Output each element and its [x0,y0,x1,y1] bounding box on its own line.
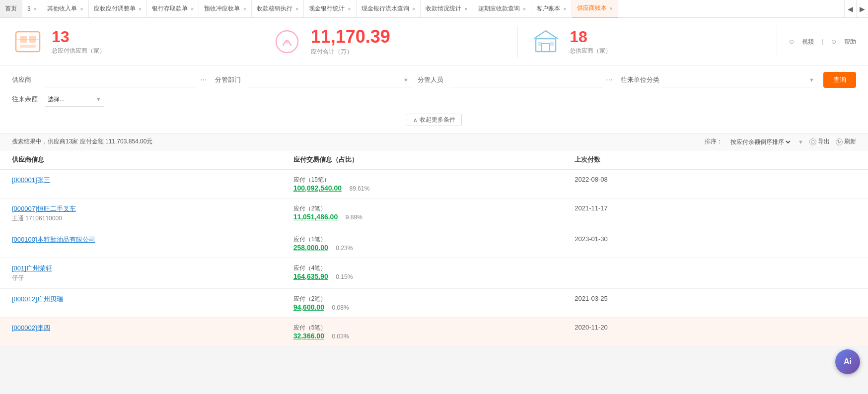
tx-label-4: 应付（4笔） [293,264,575,272]
nav-tab-bank-deposit[interactable]: 银行存取款单 × [147,0,199,18]
tx-percent-3: 0.23% [336,245,353,252]
nav-right-arrow[interactable]: ▶ [856,0,868,18]
bank-deposit-close[interactable]: × [191,6,194,12]
customer-ledger-close[interactable]: × [563,6,566,12]
person-dots-btn[interactable]: ··· [606,75,612,84]
supplier-name-3[interactable]: [000100]本特勤油品有限公司 [12,236,95,243]
svg-point-6 [285,40,289,44]
export-button[interactable]: ⬡ 导出 [809,137,830,146]
table-header: 供应商信息 应付交易信息（占比） 上次付数 [0,150,868,170]
collapse-chevron-icon: ∧ [413,117,418,124]
category-filter-label: 往来单位分类 [621,75,659,84]
supplier-sub-2: 王通 17106110000 [12,214,293,223]
summary-card2-text: 11,170.39 应付合计（万） [311,28,390,56]
supplier-name-1[interactable]: [000001]张三 [12,176,50,184]
supplier-dots-btn[interactable]: ··· [200,75,207,84]
result-actions: 排序： 按应付余额倒序排序 ▼ ⬡ 导出 ↻ 刷新 [705,137,856,146]
tx-amount-4[interactable]: 164,635.90 [293,272,328,280]
supplier-sub-4: 仔仔 [12,274,293,282]
help-link[interactable]: 帮助 [844,38,856,46]
overdue-ar-close[interactable]: × [523,6,526,12]
tx-amount-1[interactable]: 100,092,540.00 [293,184,342,192]
result-bar: 搜索结果中，供应商13家 应付金额 111,703,854.00元 排序： 按应… [0,133,868,150]
circle-icon: ⊙ [789,38,794,45]
divider: | [822,38,823,45]
tx-amount-3[interactable]: 258,000.00 [293,244,328,252]
supplier-name-5[interactable]: [000012]广州贝瑞 [12,295,63,303]
filter-person: 分管人员 ··· [418,72,615,87]
person-filter-label: 分管人员 [418,75,447,84]
nav-left-arrow[interactable]: ◀ [844,0,856,18]
nav-tab-overdue-ar[interactable]: 超期应收款查询 × [473,0,531,18]
nav-tab-ar-ap-adjust[interactable]: 应收应付调整单 × [89,0,147,18]
category-select[interactable] [662,72,818,87]
col3-header: 上次付数 [575,155,856,164]
video-link[interactable]: 视频 [802,38,814,46]
tx-label-6: 应付（5笔） [293,324,575,332]
receipt-stat-close[interactable]: × [464,6,467,12]
nav-tab-other-income[interactable]: 其他收入单 × [42,0,88,18]
tx-label-1: 应付（15笔） [293,176,575,184]
result-text: 搜索结果中，供应商13家 应付金额 111,703,854.00元 [12,137,152,146]
supplier-name-2[interactable]: [000007]恒旺二手叉车 [12,205,76,212]
sort-select[interactable]: 按应付余额倒序排序 [728,138,792,146]
tx-amount-6[interactable]: 32,366.00 [293,332,324,340]
export-label: 导出 [818,137,830,146]
total-ap-suppliers-number: 13 [52,29,105,45]
receipt-verify-close[interactable]: × [295,6,298,12]
circle-icon2: ⊙ [831,38,836,45]
tx-percent-5: 0.08% [332,304,349,311]
summary-card-total-suppliers: 18 总供应商（家） [518,26,777,58]
nav-tab-prepay-ar[interactable]: 预收冲应收单 × [199,0,251,18]
cash-bank-flow-close[interactable]: × [412,6,415,12]
chevron-sort-icon: ▼ [798,139,803,145]
supplier-info-1: [000001]张三 [12,176,293,185]
supplier-name-6[interactable]: [000002]李四 [12,324,50,331]
nav-tab-supplier-ledger[interactable]: 供应商账本 × [572,0,618,18]
svg-rect-2 [29,36,36,43]
nav-tab-cash-bank-stat[interactable]: 现金银行统计 × [304,0,356,18]
person-input[interactable] [450,72,603,87]
bank-deposit-label: 银行存取款单 [152,4,188,13]
tx-amount-2[interactable]: 11,051,486.00 [293,213,338,221]
nav-tab-home[interactable]: 首页 [0,0,22,18]
prepay-ar-close[interactable]: × [243,6,246,12]
collapse-button[interactable]: ∧ 收起更多条件 [407,114,462,126]
receipt-verify-label: 收款核销执行 [257,4,292,13]
last-pay-3: 2023-01-30 [575,235,856,243]
collapse-bar: ∧ 收起更多条件 [12,111,856,127]
tx-label-3: 应付（1笔） [293,235,575,244]
filter-area: 供应商 ··· 分管部门 ▼ 分管人员 ··· 往来单位分类 [0,66,868,133]
dept-select[interactable] [248,72,412,87]
tx-amount-5[interactable]: 94,600.00 [293,303,324,311]
svg-rect-8 [542,44,550,52]
refresh-button[interactable]: ↻ 刷新 [836,137,856,146]
nav-tab-3[interactable]: 3 × [22,0,42,18]
nav-tab-customer-ledger[interactable]: 客户账本 × [531,0,572,18]
nav-tab-cash-bank-flow[interactable]: 现金银行流水查询 × [357,0,421,18]
refresh-label: 刷新 [844,137,856,146]
cash-bank-stat-close[interactable]: × [348,6,351,12]
balance-select[interactable]: 选择... [45,92,104,107]
supplier-icon [12,26,44,58]
filter-row-2: 往来余额 选择... ▼ [12,92,856,107]
supplier-input[interactable] [45,72,197,87]
filter-category: 往来单位分类 ▼ [621,72,818,87]
svg-rect-10 [550,42,554,46]
supplier-name-4[interactable]: [001]广州荣轩 [12,264,52,272]
filter-dept: 分管部门 ▼ [215,72,412,87]
nav-arrows: ◀ ▶ [844,0,868,18]
nav-tab-receipt-verify[interactable]: 收款核销执行 × [252,0,304,18]
supplier-ledger-close[interactable]: × [610,5,613,11]
result-info: 搜索结果中，供应商13家 应付金额 111,703,854.00元 [12,137,152,146]
export-icon: ⬡ [809,138,816,145]
summary-card3-text: 18 总供应商（家） [570,29,611,55]
query-button[interactable]: 查询 [823,72,856,88]
tx-info-4: 应付（4笔） 164,635.90 0.15% [293,264,575,280]
last-pay-6: 2020-11-20 [575,324,856,331]
other-income-close[interactable]: × [80,6,83,12]
tab3-close[interactable]: × [34,6,37,12]
summary-bar: 13 总应付供应商（家） 11,170.39 应付合计（万） [0,18,868,66]
nav-tab-receipt-stat[interactable]: 收款情况统计 × [421,0,473,18]
ar-ap-adjust-close[interactable]: × [139,6,142,12]
